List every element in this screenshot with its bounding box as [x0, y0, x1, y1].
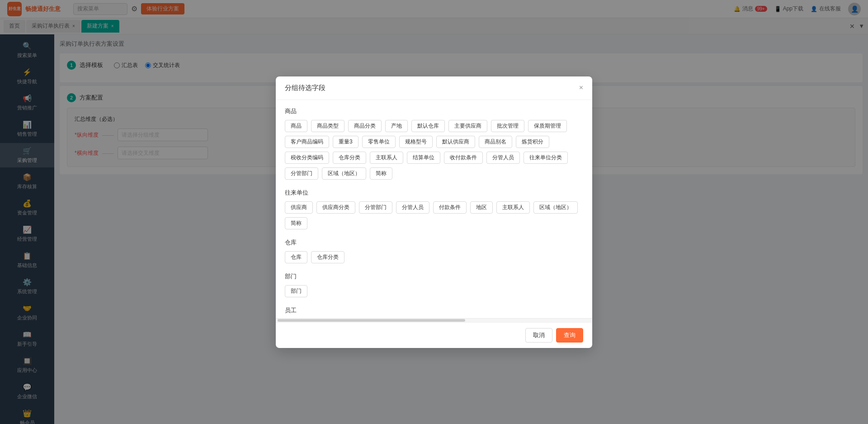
tag-supplier-category[interactable]: 供应商分类	[316, 201, 355, 214]
tag-abbr-product[interactable]: 简称	[370, 167, 392, 180]
section-partner-title: 往来单位	[285, 189, 583, 197]
tag-supervisor[interactable]: 分管人员	[486, 152, 520, 164]
tag-main-contact[interactable]: 主联系人	[370, 152, 403, 164]
tag-main-supplier[interactable]: 主要供应商	[448, 120, 487, 132]
modal-cancel-btn[interactable]: 取消	[525, 328, 552, 343]
tag-expiry-manage[interactable]: 保质期管理	[528, 120, 567, 132]
modal-overlay: 分组待选字段 × 商品 商品 商品类型 商品分类 产地 默认仓库 主要供应商 批…	[0, 0, 868, 424]
section-product-tags: 商品 商品类型 商品分类 产地 默认仓库 主要供应商 批次管理 保质期管理 客户…	[285, 120, 583, 180]
tag-abbr-partner[interactable]: 简称	[285, 217, 307, 229]
scrollbar-thumb	[278, 319, 465, 322]
tag-product[interactable]: 商品	[285, 120, 307, 132]
tag-retail-unit[interactable]: 零售单位	[362, 136, 396, 148]
section-dept: 部门 部门	[285, 272, 583, 297]
section-warehouse-tags: 仓库 仓库分类	[285, 251, 583, 263]
section-product: 商品 商品 商品类型 商品分类 产地 默认仓库 主要供应商 批次管理 保质期管理…	[285, 107, 583, 180]
tag-region-product[interactable]: 区域（地区）	[322, 167, 366, 180]
section-partner-tags: 供应商 供应商分类 分管部门 分管人员 付款条件 地区 主联系人 区域（地区） …	[285, 201, 583, 229]
tag-dept[interactable]: 部门	[285, 285, 307, 297]
section-dept-title: 部门	[285, 272, 583, 281]
tag-product-alias[interactable]: 商品别名	[479, 136, 512, 148]
tag-payment-condition[interactable]: 付款条件	[433, 201, 467, 214]
tag-product-category[interactable]: 商品分类	[348, 120, 382, 132]
modal-horizontal-scrollbar[interactable]	[276, 318, 592, 322]
tag-default-warehouse[interactable]: 默认仓库	[411, 120, 445, 132]
tag-settlement-unit[interactable]: 结算单位	[407, 152, 440, 164]
modal-header: 分组待选字段 ×	[276, 76, 592, 100]
tag-main-contact-partner[interactable]: 主联系人	[496, 201, 530, 214]
tag-customer-code[interactable]: 客户商品编码	[285, 136, 329, 148]
section-staff-title: 员工	[285, 306, 583, 314]
section-staff: 员工 业务员	[285, 306, 583, 318]
tag-supplier[interactable]: 供应商	[285, 201, 313, 214]
field-select-modal: 分组待选字段 × 商品 商品 商品类型 商品分类 产地 默认仓库 主要供应商 批…	[276, 76, 592, 348]
modal-body: 商品 商品 商品类型 商品分类 产地 默认仓库 主要供应商 批次管理 保质期管理…	[276, 100, 592, 318]
tag-weight3[interactable]: 重量3	[333, 136, 359, 148]
tag-product-type[interactable]: 商品类型	[311, 120, 344, 132]
section-warehouse: 仓库 仓库 仓库分类	[285, 238, 583, 263]
modal-title: 分组待选字段	[285, 84, 326, 92]
modal-close-btn[interactable]: ×	[579, 84, 583, 92]
section-dept-tags: 部门	[285, 285, 583, 297]
tag-region-area-partner[interactable]: 区域（地区）	[533, 201, 578, 214]
tag-region-partner[interactable]: 地区	[470, 201, 493, 214]
tag-supervisor-partner[interactable]: 分管人员	[396, 201, 429, 214]
tag-dept-partner[interactable]: 分管部门	[359, 201, 392, 214]
tag-warehouse-cat[interactable]: 仓库分类	[311, 251, 344, 263]
tag-warehouse-category[interactable]: 仓库分类	[333, 152, 366, 164]
tag-dept-manage[interactable]: 分管部门	[285, 167, 318, 180]
tag-default-supplier[interactable]: 默认供应商	[436, 136, 475, 148]
tag-warehouse[interactable]: 仓库	[285, 251, 307, 263]
tag-payment-terms[interactable]: 收付款条件	[444, 152, 483, 164]
modal-confirm-btn[interactable]: 查询	[556, 328, 583, 343]
tag-origin[interactable]: 产地	[385, 120, 408, 132]
tag-partner-category[interactable]: 往来单位分类	[524, 152, 568, 164]
section-warehouse-title: 仓库	[285, 238, 583, 247]
section-partner: 往来单位 供应商 供应商分类 分管部门 分管人员 付款条件 地区 主联系人 区域…	[285, 189, 583, 229]
section-product-title: 商品	[285, 107, 583, 115]
modal-footer: 取消 查询	[276, 322, 592, 348]
tag-tax-code[interactable]: 税收分类编码	[285, 152, 329, 164]
tag-points[interactable]: 炼货积分	[516, 136, 549, 148]
tag-spec-model[interactable]: 规格型号	[399, 136, 433, 148]
tag-batch-manage[interactable]: 批次管理	[491, 120, 524, 132]
